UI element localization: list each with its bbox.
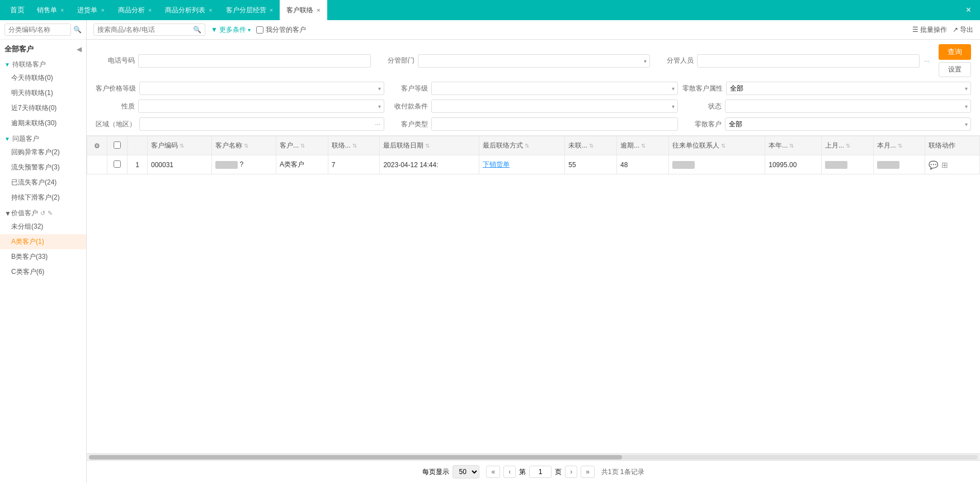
filter-more-conditions[interactable]: ▼ 更多条件 ▾: [211, 25, 251, 35]
batch-ops-label: 批量操作: [920, 25, 947, 35]
th-overdue[interactable]: 逾期... ⇅: [617, 136, 669, 155]
sidebar-item-tomorrow[interactable]: 明天待联络(1): [0, 86, 86, 101]
th-settings[interactable]: ⚙: [87, 136, 107, 155]
close-customer-contact-tab[interactable]: ×: [317, 7, 320, 13]
sidebar-item-ungrouped[interactable]: 未分组(32): [0, 219, 86, 234]
sidebar-item-class-c[interactable]: C类客户(6): [0, 264, 86, 280]
row-overdue: 48: [620, 161, 628, 169]
status-select[interactable]: [725, 100, 971, 113]
row-last-method[interactable]: 下销货单: [483, 160, 510, 168]
nav-item-customer-contact[interactable]: 客户联络 ×: [280, 0, 327, 20]
batch-ops-button[interactable]: ☰ 批量操作: [912, 25, 947, 35]
th-last-contact-date[interactable]: 最后联络日期 ⇅: [380, 136, 479, 155]
nav-item-purchase[interactable]: 进货单 ×: [70, 0, 111, 20]
nav-item-analysis[interactable]: 商品分析 ×: [111, 0, 158, 20]
sidebar-item-overdue[interactable]: 逾期未联络(30): [0, 116, 86, 131]
th-last-contact-method[interactable]: 最后联络方式 ⇅: [479, 136, 564, 155]
filter-region: 区域（地区） ···: [96, 117, 384, 131]
row-this-month-cell: [873, 155, 925, 174]
nature-select[interactable]: [138, 100, 384, 113]
col-name-label: 客户名称: [215, 141, 242, 150]
filter-retail-attr: 零散客户属性 全部 ▾: [682, 82, 971, 95]
th-category[interactable]: 客户... ⇅: [276, 136, 328, 155]
settings-button[interactable]: 设置: [939, 62, 971, 77]
last-page-button[interactable]: »: [581, 466, 595, 478]
person-more-icon[interactable]: ···: [924, 57, 930, 65]
close-analysis-tab[interactable]: ×: [148, 7, 152, 13]
close-all-icon[interactable]: ×: [962, 5, 976, 15]
per-page-select[interactable]: 50: [453, 465, 479, 479]
th-checkbox: [107, 136, 128, 155]
total-pages-label: 页: [555, 467, 562, 477]
sidebar-collapse-icon[interactable]: ◀: [77, 45, 82, 53]
refresh-icon[interactable]: ↺: [40, 210, 45, 217]
group-problem-customers[interactable]: ▼ 问题客户: [0, 131, 86, 145]
filter-status: 状态 ▾: [682, 100, 971, 113]
filter-mine-checkbox[interactable]: [256, 26, 263, 34]
customer-level-select[interactable]: [431, 82, 677, 95]
customer-type-label: 客户类型: [389, 120, 428, 129]
edit-icon[interactable]: ✎: [48, 210, 53, 217]
sidebar-item-7days[interactable]: 近7天待联络(0): [0, 101, 86, 116]
scrollbar-thumb[interactable]: [89, 455, 622, 460]
prev-page-button[interactable]: ‹: [503, 466, 516, 478]
th-this-month[interactable]: 本月... ⇅: [873, 136, 925, 155]
filter-search-icon[interactable]: 🔍: [193, 26, 201, 34]
customer-type-input[interactable]: [431, 117, 677, 131]
row-this-year: 10995.00: [769, 161, 797, 169]
nav-item-analysis-list[interactable]: 商品分析列表 ×: [158, 0, 219, 20]
filter-search-input[interactable]: [97, 26, 193, 34]
next-page-button[interactable]: ›: [565, 466, 577, 478]
filter-row-4: 区域（地区） ··· 客户类型 零散客户 全部: [96, 117, 971, 131]
sidebar-search-input[interactable]: [4, 23, 71, 36]
scrollbar-track[interactable]: [89, 455, 978, 460]
sidebar-item-class-a[interactable]: A类客户(1): [0, 234, 86, 249]
th-no-contact[interactable]: 未联... ⇅: [565, 136, 617, 155]
col-last-method-label: 最后联络方式: [483, 141, 523, 150]
action-qr-icon[interactable]: ⊞: [941, 160, 948, 169]
filter-price-level: 客户价格等级 ▾: [96, 82, 384, 95]
close-purchase-tab[interactable]: ×: [101, 7, 104, 13]
sidebar-item-repurchase-anomaly[interactable]: 回购异常客户(2): [0, 145, 86, 160]
sidebar-item-declining[interactable]: 持续下滑客户(2): [0, 190, 86, 205]
first-page-button[interactable]: «: [486, 466, 500, 478]
query-button[interactable]: 查询: [939, 44, 971, 60]
th-code[interactable]: 客户编码 ⇅: [148, 136, 212, 155]
group-pending-contact[interactable]: ▼ 待联络客户: [0, 56, 86, 70]
row-checkbox[interactable]: [114, 160, 121, 168]
nav-item-home[interactable]: 首页: [4, 0, 30, 20]
row-last-month-cell: [822, 155, 874, 174]
sidebar-item-class-b[interactable]: B类客户(33): [0, 249, 86, 264]
retail-attr-select[interactable]: 全部: [726, 82, 971, 95]
sidebar-search-icon[interactable]: 🔍: [73, 26, 82, 34]
page-input[interactable]: [529, 466, 552, 478]
sidebar-item-today[interactable]: 今天待联络(0): [0, 70, 86, 86]
horizontal-scrollbar[interactable]: [87, 453, 980, 460]
filter-bar: 🔍 ▼ 更多条件 ▾ 我分管的客户 ☰ 批量操作 ↗ 导出: [87, 20, 980, 40]
content-area: 🔍 ▼ 更多条件 ▾ 我分管的客户 ☰ 批量操作 ↗ 导出: [87, 20, 980, 483]
sidebar-item-churned[interactable]: 已流失客户(24): [0, 175, 86, 190]
retail-customer-select[interactable]: 全部: [725, 117, 971, 131]
action-chat-icon[interactable]: 💬: [929, 160, 938, 169]
price-level-select[interactable]: [139, 82, 384, 95]
close-analysis-list-tab[interactable]: ×: [209, 7, 212, 13]
export-button[interactable]: ↗ 导出: [953, 25, 973, 35]
filter-mine-label: 我分管的客户: [266, 25, 306, 35]
phone-input[interactable]: [138, 54, 371, 68]
region-input[interactable]: ···: [139, 117, 384, 131]
th-last-month[interactable]: 上月... ⇅: [822, 136, 874, 155]
th-unit-contact[interactable]: 往来单位联系人 ⇅: [668, 136, 765, 155]
th-this-year[interactable]: 本年... ⇅: [765, 136, 822, 155]
person-input[interactable]: [697, 54, 920, 68]
dept-select[interactable]: [418, 54, 651, 68]
close-customer-segment-tab[interactable]: ×: [270, 7, 273, 13]
close-sales-tab[interactable]: ×: [60, 7, 64, 13]
nav-item-customer-segment[interactable]: 客户分层经营 ×: [219, 0, 280, 20]
sidebar-item-churn-warning[interactable]: 流失预警客户(3): [0, 160, 86, 175]
nav-item-sales[interactable]: 销售单 ×: [30, 0, 70, 20]
th-name[interactable]: 客户名称 ⇅: [212, 136, 276, 155]
select-all-checkbox[interactable]: [114, 141, 121, 149]
settings-gear-icon[interactable]: ⚙: [94, 142, 100, 150]
th-contact[interactable]: 联络... ⇅: [328, 136, 380, 155]
payment-select[interactable]: [431, 100, 677, 113]
